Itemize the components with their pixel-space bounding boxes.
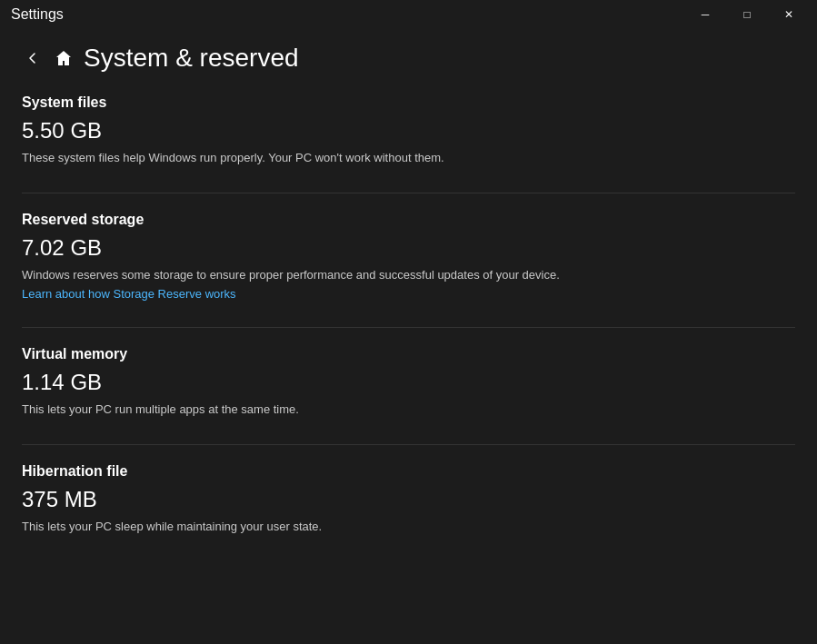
title-bar-controls: ─ □ ✕	[684, 0, 810, 29]
content-area: System & reserved System files5.50 GBThe…	[0, 29, 817, 575]
section-title-system-files: System files	[22, 94, 795, 111]
section-title-hibernation-file: Hibernation file	[22, 463, 795, 480]
section-desc-hibernation-file: This lets your PC sleep while maintainin…	[22, 518, 622, 536]
minimize-button[interactable]: ─	[684, 0, 726, 29]
page-title: System & reserved	[84, 44, 299, 73]
section-size-virtual-memory: 1.14 GB	[22, 370, 795, 395]
title-bar-title: Settings	[11, 6, 64, 23]
section-title-reserved-storage: Reserved storage	[22, 212, 795, 228]
section-reserved-storage: Reserved storage7.02 GBWindows reserves …	[22, 212, 795, 302]
title-bar: Settings ─ □ ✕	[0, 0, 817, 29]
section-divider	[22, 444, 795, 445]
page-header: System & reserved	[22, 44, 795, 73]
section-divider	[22, 327, 795, 328]
close-button[interactable]: ✕	[768, 0, 810, 29]
section-desc-system-files: These system files help Windows run prop…	[22, 149, 622, 167]
section-divider	[22, 193, 795, 193]
section-link-reserved-storage[interactable]: Learn about how Storage Reserve works	[22, 287, 236, 301]
home-icon	[55, 49, 73, 67]
section-size-reserved-storage: 7.02 GB	[22, 235, 795, 261]
section-size-hibernation-file: 375 MB	[22, 487, 795, 512]
back-button[interactable]	[22, 47, 44, 69]
section-desc-virtual-memory: This lets your PC run multiple apps at t…	[22, 401, 622, 419]
title-bar-left: Settings	[11, 6, 64, 23]
section-title-virtual-memory: Virtual memory	[22, 346, 795, 362]
maximize-button[interactable]: □	[726, 0, 768, 29]
section-virtual-memory: Virtual memory1.14 GBThis lets your PC r…	[22, 346, 795, 419]
section-system-files: System files5.50 GBThese system files he…	[22, 94, 795, 167]
back-icon	[25, 51, 40, 65]
section-hibernation-file: Hibernation file375 MBThis lets your PC …	[22, 463, 795, 536]
sections-container: System files5.50 GBThese system files he…	[22, 94, 795, 535]
section-desc-reserved-storage: Windows reserves some storage to ensure …	[22, 266, 622, 284]
section-size-system-files: 5.50 GB	[22, 118, 795, 144]
